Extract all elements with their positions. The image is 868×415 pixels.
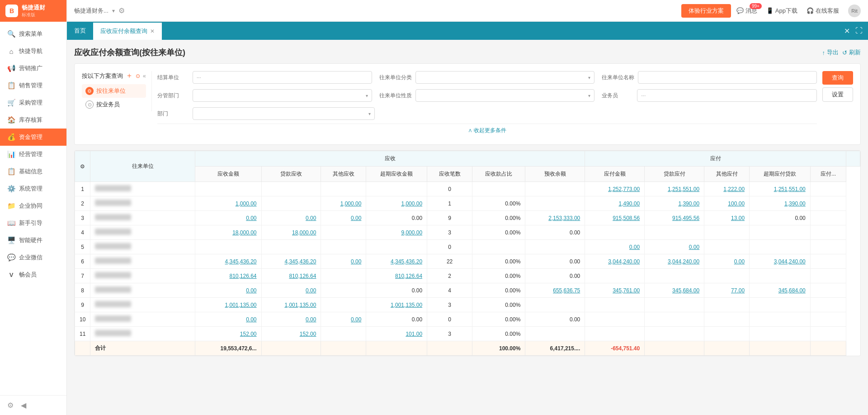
table-cell-link[interactable]: 3,044,240.00 bbox=[608, 258, 640, 265]
tab-maximize-icon[interactable]: ⛶ bbox=[855, 27, 863, 35]
trial-button[interactable]: 体验行业方案 bbox=[681, 4, 731, 18]
tab-home[interactable]: 首页 bbox=[67, 22, 93, 40]
table-cell-link[interactable]: 0.00 bbox=[306, 316, 316, 323]
table-container[interactable]: ⚙ 往来单位 应收 应付 应收金额 贷款应收 其他应收 超期应收金额 bbox=[75, 151, 860, 356]
table-other-ar-col[interactable]: 其他应收 bbox=[321, 167, 366, 182]
table-cell-link[interactable]: 0.00 bbox=[689, 244, 699, 250]
table-cell-link[interactable]: 101.00 bbox=[406, 331, 422, 337]
table-overdue-ar-col[interactable]: 超期应收金额 bbox=[366, 167, 427, 182]
table-cell-link[interactable]: 345,761.00 bbox=[613, 287, 640, 294]
sidebar-item-system[interactable]: ⚙️ 系统管理 bbox=[0, 180, 66, 197]
tab-close-icon[interactable]: ✕ bbox=[150, 28, 155, 34]
sidebar-item-purchase[interactable]: 🛒 采购管理 bbox=[0, 94, 66, 111]
table-ap-amount-col[interactable]: 应付金额 bbox=[585, 167, 645, 182]
scheme-collapse-icon[interactable]: « bbox=[143, 73, 146, 79]
table-loan-ar-col[interactable]: 贷款应收 bbox=[261, 167, 321, 182]
table-cell-link[interactable]: 0.00 bbox=[246, 287, 256, 294]
table-cell-link[interactable]: 0.00 bbox=[629, 244, 640, 250]
table-cell-link[interactable]: 1,390.00 bbox=[784, 200, 806, 207]
table-loan-ap-col[interactable]: 贷款应付 bbox=[645, 167, 704, 182]
table-cell-link[interactable]: 0.00 bbox=[246, 316, 256, 323]
scheme-by-unit[interactable]: ⚙ 按往来单位 bbox=[82, 84, 146, 98]
table-ar-amount-col[interactable]: 应收金额 bbox=[195, 167, 261, 182]
sidebar-item-marketing[interactable]: 📢 营销推广 bbox=[0, 60, 66, 77]
table-cell-link[interactable]: 152.00 bbox=[300, 331, 316, 337]
sidebar-item-hardware[interactable]: 🖥️ 智能硬件 bbox=[0, 232, 66, 249]
table-cell-link[interactable]: 0.00 bbox=[306, 287, 316, 294]
table-cell-link[interactable]: 3,044,240.00 bbox=[668, 258, 699, 265]
table-cell-link[interactable]: 1,252,773.00 bbox=[608, 186, 640, 192]
add-scheme-icon[interactable]: ＋ bbox=[126, 71, 133, 81]
table-cell-link[interactable]: 152.00 bbox=[240, 331, 257, 337]
salesperson-input[interactable]: ··· bbox=[637, 89, 817, 102]
table-cell-link[interactable]: 0.00 bbox=[306, 215, 316, 221]
table-cell-link[interactable]: 1,251,551.00 bbox=[668, 186, 699, 192]
table-overdue-ap-col[interactable]: 超期应付贷款 bbox=[750, 167, 811, 182]
table-cell-link[interactable]: 810,126.64 bbox=[289, 273, 316, 279]
sidebar-item-vip[interactable]: V 畅会员 bbox=[0, 266, 66, 283]
sidebar-item-quick-nav[interactable]: ⌂ 快捷导航 bbox=[0, 43, 66, 60]
table-cell-link[interactable]: 77.00 bbox=[731, 287, 745, 294]
table-cell-link[interactable]: 345,684.00 bbox=[778, 287, 806, 294]
table-cell-link[interactable]: 100.00 bbox=[728, 200, 745, 207]
table-cell-link[interactable]: 18,000.00 bbox=[232, 229, 256, 236]
table-cell-link[interactable]: 1,000.00 bbox=[236, 200, 257, 207]
sidebar-item-operations[interactable]: 📊 经营管理 bbox=[0, 146, 66, 163]
settlement-unit-input[interactable]: ··· bbox=[193, 71, 373, 84]
app-download-button[interactable]: 📱 App下载 bbox=[766, 7, 797, 15]
partner-name-input[interactable] bbox=[638, 71, 817, 84]
table-cell-link[interactable]: 1,001,135.00 bbox=[225, 302, 256, 308]
table-cell-link[interactable]: 0.00 bbox=[351, 215, 361, 221]
scheme-settings-icon[interactable]: ⊙ bbox=[136, 73, 140, 79]
table-cell-link[interactable]: 810,126.64 bbox=[395, 273, 422, 279]
dept-input[interactable]: ▾ bbox=[193, 107, 375, 120]
sidebar-item-wechat[interactable]: 💬 企业微信 bbox=[0, 249, 66, 266]
table-prepay-col[interactable]: 预收余额 bbox=[525, 167, 585, 182]
sidebar-item-sales[interactable]: 📋 销售管理 bbox=[0, 77, 66, 94]
online-service-button[interactable]: 🎧 在线客服 bbox=[807, 7, 839, 15]
sidebar-item-finance[interactable]: 💰 资金管理 bbox=[0, 129, 66, 146]
table-cell-link[interactable]: 915,495.56 bbox=[672, 215, 699, 221]
table-cell-link[interactable]: 655,636.75 bbox=[553, 287, 580, 294]
settings-button[interactable]: 设置 bbox=[822, 87, 853, 102]
notification-button[interactable]: 💬 消息 99+ bbox=[736, 7, 757, 15]
table-cell-link[interactable]: 0.00 bbox=[734, 258, 745, 265]
scheme-by-staff[interactable]: ⊙ 按业务员 bbox=[82, 98, 146, 111]
table-cell-link[interactable]: 1,222.00 bbox=[723, 186, 745, 192]
table-cell-link[interactable]: 13.00 bbox=[731, 215, 745, 221]
table-cell-link[interactable]: 1,251,551.00 bbox=[774, 186, 806, 192]
table-settings-col[interactable]: ⚙ bbox=[75, 151, 90, 182]
export-button[interactable]: ↑ 导出 bbox=[822, 48, 839, 57]
table-ap-extra-col2[interactable]: 应付... bbox=[810, 167, 846, 182]
collapse-footer-icon[interactable]: ◀ bbox=[21, 401, 26, 410]
table-cell-link[interactable]: 9,000.00 bbox=[401, 229, 422, 236]
table-ar-count-col[interactable]: 应收笔数 bbox=[427, 167, 472, 182]
tab-ar-ap[interactable]: 应收应付余额查询 ✕ bbox=[93, 22, 162, 40]
sidebar-item-guide[interactable]: 📖 新手引导 bbox=[0, 215, 66, 232]
collapse-button[interactable]: ∧ 收起更多条件 bbox=[157, 124, 817, 137]
table-ar-ratio-col[interactable]: 应收款占比 bbox=[472, 167, 525, 182]
tab-close-window-icon[interactable]: ✕ bbox=[844, 27, 850, 35]
table-cell-link[interactable]: 0.00 bbox=[351, 316, 361, 323]
user-avatar[interactable]: Rit bbox=[848, 5, 861, 17]
table-cell-link[interactable]: 1,001,135.00 bbox=[391, 302, 422, 308]
table-cell-link[interactable]: 2,153,333.00 bbox=[548, 215, 580, 221]
table-other-ap-col[interactable]: 其他应付 bbox=[704, 167, 750, 182]
table-cell-link[interactable]: 4,345,436.20 bbox=[225, 258, 256, 265]
table-cell-link[interactable]: 1,390.00 bbox=[678, 200, 699, 207]
table-cell-link[interactable]: 0.00 bbox=[351, 258, 361, 265]
managed-dept-input[interactable]: ▾ bbox=[193, 89, 373, 102]
table-cell-link[interactable]: 1,000.00 bbox=[401, 200, 422, 207]
sidebar-item-basic-info[interactable]: 📋 基础信息 bbox=[0, 163, 66, 180]
table-cell-link[interactable]: 1,490.00 bbox=[618, 200, 640, 207]
table-cell-link[interactable]: 4,345,436.20 bbox=[284, 258, 316, 265]
sidebar-item-inventory[interactable]: 🏠 库存核算 bbox=[0, 111, 66, 129]
table-cell-link[interactable]: 915,508.56 bbox=[613, 215, 640, 221]
query-button[interactable]: 查询 bbox=[822, 71, 853, 85]
table-cell-link[interactable]: 3,044,240.00 bbox=[774, 258, 806, 265]
table-cell-link[interactable]: 810,126.64 bbox=[229, 273, 256, 279]
partner-nature-input[interactable]: ▾ bbox=[415, 89, 594, 102]
table-cell-link[interactable]: 345,684.00 bbox=[672, 287, 699, 294]
sidebar-item-search-menu[interactable]: 🔍 搜索菜单 bbox=[0, 25, 66, 43]
table-cell-link[interactable]: 18,000.00 bbox=[292, 229, 316, 236]
